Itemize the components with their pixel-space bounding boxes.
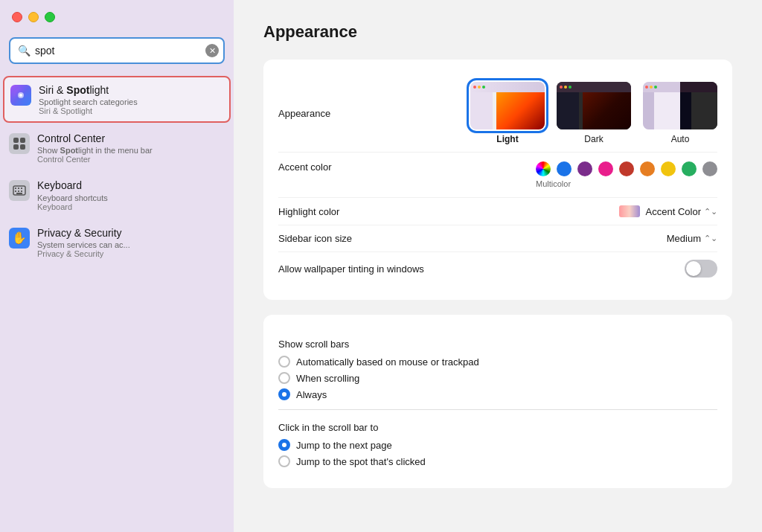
- appearance-option-light[interactable]: Light: [470, 82, 545, 144]
- sidebar-item-control-center[interactable]: Control Center Show Spotlight in the men…: [0, 123, 234, 170]
- sidebar-item-keyboard[interactable]: Keyboard Keyboard shortcuts Keyboard: [0, 170, 234, 217]
- keyboard-title: Keyboard: [37, 179, 225, 192]
- scroll-auto-option[interactable]: Automatically based on mouse or trackpad: [278, 356, 717, 368]
- siri-spotlight-subtitle: Spotlight search categories: [39, 97, 223, 106]
- accent-color-label: Accent color: [278, 161, 332, 173]
- scroll-auto-label: Automatically based on mouse or trackpad: [296, 356, 479, 368]
- click-scroll-bar-title: Click in the scroll bar to: [278, 413, 717, 439]
- sidebar: 🔍 spot ✕: [0, 0, 234, 532]
- keyboard-icon: [9, 180, 30, 201]
- control-center-content: Control Center Show Spotlight in the men…: [37, 132, 225, 164]
- svg-rect-8: [15, 188, 16, 189]
- click-next-page-label: Jump to the next page: [296, 440, 392, 451]
- control-center-title: Control Center: [37, 132, 225, 145]
- click-spot-label: Jump to the spot that's clicked: [296, 456, 426, 467]
- scroll-always-label: Always: [296, 389, 327, 400]
- appearance-option-dark[interactable]: Dark: [557, 82, 631, 144]
- thumb-dot-green: [482, 86, 485, 89]
- svg-rect-6: [20, 144, 25, 150]
- siri-spotlight-content: Siri & Spotlight Spotlight search catego…: [39, 83, 223, 115]
- thumb-dot-red-dark: [560, 86, 563, 89]
- svg-rect-10: [21, 188, 22, 189]
- fullscreen-button[interactable]: [45, 12, 55, 22]
- accent-purple[interactable]: [577, 161, 592, 176]
- thumb-auto-dot-y: [650, 86, 653, 89]
- appearance-option-auto[interactable]: Auto: [643, 82, 717, 144]
- accent-selected-label: Multicolor: [536, 179, 571, 188]
- accent-yellow[interactable]: [661, 161, 676, 176]
- siri-spotlight-title: Siri & Spotlight: [39, 83, 223, 97]
- privacy-security-content: Privacy & Security System services can a…: [37, 226, 225, 258]
- sidebar-icon-size-row: Sidebar icon size Medium ⌃⌄: [278, 225, 717, 252]
- keyboard-parent: Keyboard: [37, 202, 225, 211]
- accent-color-row: Accent color Multicolor: [278, 153, 717, 198]
- appearance-label-dark: Dark: [584, 134, 603, 144]
- control-center-subtitle: Show Spotlight in the menu bar: [37, 146, 225, 155]
- appearance-label-auto: Auto: [671, 134, 690, 144]
- thumb-dark-sidebar: [557, 92, 579, 129]
- search-bar[interactable]: 🔍 spot: [9, 37, 225, 64]
- appearance-thumb-light: [470, 82, 545, 129]
- highlight-color-label: Highlight color: [278, 206, 339, 217]
- control-center-icon: [9, 133, 30, 154]
- siri-spotlight-icon: [10, 85, 31, 106]
- toggle-knob: [686, 261, 701, 276]
- thumb-auto-dot-r: [645, 86, 648, 89]
- click-spot-radio[interactable]: [278, 455, 290, 467]
- privacy-security-subtitle: System services can ac...: [37, 240, 225, 249]
- svg-rect-4: [20, 138, 25, 143]
- privacy-security-icon: ✋: [9, 228, 30, 249]
- accent-graphite[interactable]: [702, 161, 717, 176]
- appearance-label-light: Light: [496, 134, 518, 144]
- sidebar-items-list: Siri & Spotlight Spotlight search catego…: [0, 73, 234, 532]
- scroll-divider: [278, 409, 717, 410]
- main-content: Appearance Appearance: [234, 0, 762, 532]
- page-title: Appearance: [263, 22, 732, 42]
- scroll-when-scrolling-radio[interactable]: [278, 372, 290, 384]
- svg-rect-14: [21, 190, 22, 192]
- svg-rect-15: [16, 193, 22, 194]
- accent-multicolor[interactable]: [536, 161, 551, 176]
- search-clear-button[interactable]: ✕: [205, 44, 219, 57]
- close-button[interactable]: [12, 12, 22, 22]
- svg-point-2: [19, 94, 22, 97]
- click-spot-option[interactable]: Jump to the spot that's clicked: [278, 455, 717, 467]
- thumb-light-sidebar: [470, 92, 493, 129]
- click-next-page-radio[interactable]: [278, 439, 290, 451]
- sidebar-icon-size-value: Medium: [667, 233, 701, 244]
- search-input-value: spot: [35, 45, 199, 57]
- minimize-button[interactable]: [28, 12, 39, 22]
- search-icon: 🔍: [18, 45, 31, 57]
- appearance-card: Appearance: [263, 60, 732, 300]
- highlight-color-dropdown[interactable]: Accent Color ⌃⌄: [619, 205, 717, 217]
- accent-orange[interactable]: [640, 161, 655, 176]
- scroll-always-radio[interactable]: [278, 388, 290, 400]
- scroll-when-scrolling-option[interactable]: When scrolling: [278, 372, 717, 384]
- svg-rect-5: [13, 144, 19, 150]
- titlebar: [12, 12, 55, 22]
- scroll-always-option[interactable]: Always: [278, 388, 717, 400]
- thumb-dot-yellow: [478, 86, 481, 89]
- accent-pink[interactable]: [598, 161, 613, 176]
- highlight-color-row: Highlight color Accent Color ⌃⌄: [278, 198, 717, 225]
- control-center-parent: Control Center: [37, 155, 225, 164]
- highlight-color-arrows: ⌃⌄: [704, 207, 717, 217]
- appearance-thumb-dark: [557, 82, 631, 129]
- sidebar-item-privacy-security[interactable]: ✋ Privacy & Security System services can…: [0, 217, 234, 264]
- accent-green[interactable]: [682, 161, 697, 176]
- accent-blue[interactable]: [557, 161, 572, 176]
- show-scroll-bars-title: Show scroll bars: [278, 330, 717, 356]
- accent-red[interactable]: [619, 161, 634, 176]
- show-scroll-bars-group: Automatically based on mouse or trackpad…: [278, 356, 717, 406]
- keyboard-subtitle: Keyboard shortcuts: [37, 193, 225, 202]
- scroll-auto-radio[interactable]: [278, 356, 290, 368]
- wallpaper-tinting-toggle[interactable]: [685, 260, 717, 278]
- svg-rect-13: [18, 190, 19, 192]
- wallpaper-tinting-label: Allow wallpaper tinting in windows: [278, 263, 424, 275]
- sidebar-icon-size-label: Sidebar icon size: [278, 233, 352, 244]
- click-next-page-option[interactable]: Jump to the next page: [278, 439, 717, 451]
- svg-rect-12: [15, 190, 16, 192]
- sidebar-item-siri-spotlight[interactable]: Siri & Spotlight Spotlight search catego…: [3, 76, 231, 123]
- sidebar-icon-size-dropdown[interactable]: Medium ⌃⌄: [667, 233, 717, 244]
- appearance-label: Appearance: [278, 108, 330, 119]
